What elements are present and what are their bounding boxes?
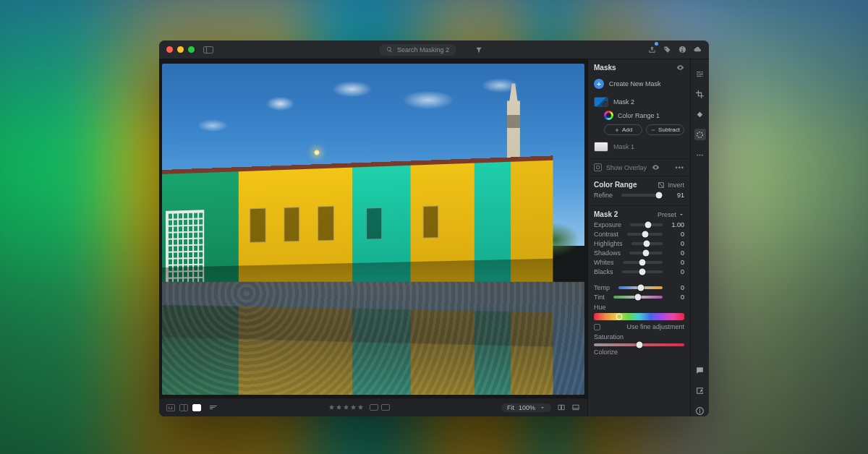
tint-slider[interactable]: [613, 296, 663, 299]
mask-name: Mask 1: [613, 143, 634, 150]
search-input[interactable]: Search Masking 2: [379, 44, 456, 56]
mask-item-mask2[interactable]: Mask 2: [594, 95, 684, 109]
overlay-visibility-icon[interactable]: [651, 163, 660, 171]
zoom-control[interactable]: Fit 100%: [501, 403, 551, 412]
export-icon: [695, 386, 705, 395]
edit-tool[interactable]: [694, 68, 706, 80]
info-icon[interactable]: [678, 46, 686, 53]
window-maximize[interactable]: [188, 46, 195, 53]
search-icon: [386, 46, 393, 53]
temp-slider[interactable]: [618, 286, 663, 289]
compare-view-button[interactable]: [179, 404, 188, 411]
chevron-down-icon: [540, 405, 545, 411]
titlebar: Search Masking 2: [159, 40, 709, 59]
blacks-value: 0: [671, 268, 684, 275]
show-overlay-label[interactable]: Show Overlay: [606, 164, 647, 171]
blacks-slider[interactable]: [622, 270, 663, 273]
mask-thumbnail: [594, 142, 608, 152]
invert-icon: [658, 181, 665, 189]
sort-button[interactable]: [210, 406, 217, 409]
crop-icon: [695, 90, 705, 99]
svg-point-1: [697, 154, 698, 155]
mask-thumbnail: [594, 97, 608, 107]
saturation-slider[interactable]: [594, 343, 684, 346]
refine-slider[interactable]: [621, 194, 663, 197]
plus-icon: +: [594, 79, 604, 89]
mask-component-name: Color Range 1: [618, 112, 660, 119]
eye-icon[interactable]: [676, 64, 684, 72]
filmstrip-toggle-icon[interactable]: [571, 403, 580, 411]
rating-stars[interactable]: [328, 404, 364, 411]
mask-item-mask1[interactable]: Mask 1: [594, 140, 684, 154]
refine-value: 91: [671, 192, 684, 199]
highlights-value: 0: [671, 240, 684, 247]
contrast-value: 0: [671, 231, 684, 238]
bandage-icon: [695, 110, 705, 119]
zoom-value: 100%: [519, 404, 535, 411]
preset-dropdown[interactable]: Preset: [658, 211, 684, 218]
contrast-slider[interactable]: [627, 233, 663, 236]
canvas-column: Fit 100%: [159, 59, 587, 416]
more-tool[interactable]: [694, 149, 706, 160]
filter-icon[interactable]: [475, 46, 482, 53]
highlights-slider[interactable]: [631, 242, 663, 245]
info-button[interactable]: [694, 405, 706, 416]
photo-viewport[interactable]: [159, 59, 587, 398]
sidebar-toggle-icon[interactable]: [203, 46, 213, 53]
exposure-slider[interactable]: [630, 223, 663, 226]
comments-button[interactable]: [694, 364, 706, 376]
svg-point-3: [702, 154, 703, 155]
mask-component-color-range[interactable]: Color Range 1: [594, 109, 684, 121]
masks-section-header: Masks: [588, 59, 690, 76]
window-controls: [166, 46, 195, 53]
color-range-icon: [604, 111, 613, 120]
svg-point-2: [699, 154, 701, 155]
photo: [162, 64, 584, 395]
color-range-title: Color Range: [594, 181, 637, 189]
cloud-icon[interactable]: [694, 46, 702, 53]
tag-icon[interactable]: [663, 46, 671, 53]
whites-slider[interactable]: [623, 261, 663, 264]
create-mask-button[interactable]: + Create New Mask: [588, 76, 690, 92]
overlay-more-button[interactable]: •••: [676, 164, 684, 171]
subtract-icon: [650, 127, 656, 133]
whites-value: 0: [671, 259, 684, 266]
colorize-label: Colorize: [594, 348, 618, 356]
shadows-slider[interactable]: [629, 252, 663, 254]
create-mask-label: Create New Mask: [609, 80, 661, 87]
fine-adjust-checkbox[interactable]: [594, 324, 600, 330]
tint-value: 0: [671, 294, 684, 301]
share-button[interactable]: [648, 43, 656, 56]
flag-reject[interactable]: [381, 404, 390, 411]
fine-adjust-label: Use fine adjustment: [626, 323, 684, 330]
right-panel: Masks + Create New Mask Mask 2 Color Ran…: [587, 59, 690, 416]
window-close[interactable]: [166, 46, 173, 53]
share-icon: [648, 46, 656, 53]
mask-icon: [695, 130, 705, 140]
tool-rail: [690, 59, 709, 416]
grid-view-button[interactable]: [166, 404, 175, 411]
info-icon: [695, 406, 705, 416]
overlay-color-icon[interactable]: [594, 163, 602, 171]
shadows-value: 0: [671, 249, 684, 257]
window-minimize[interactable]: [177, 46, 184, 53]
invert-button[interactable]: Invert: [658, 181, 684, 189]
mask-subtract-button[interactable]: Subtract: [646, 124, 684, 135]
mask-add-button[interactable]: Add: [604, 124, 642, 135]
temp-label: Temp: [594, 284, 610, 291]
svg-point-0: [697, 132, 703, 137]
saturation-label: Saturation: [594, 333, 624, 340]
crop-tool[interactable]: [694, 88, 706, 100]
hue-slider[interactable]: [594, 313, 684, 320]
comment-icon: [695, 366, 705, 375]
heal-tool[interactable]: [694, 108, 706, 120]
flag-pick[interactable]: [370, 404, 378, 411]
single-view-button[interactable]: [192, 404, 201, 411]
exposure-value: 1.00: [671, 221, 684, 228]
before-after-icon[interactable]: [557, 403, 566, 411]
mask-tool[interactable]: [694, 129, 706, 140]
contrast-label: Contrast: [594, 231, 618, 238]
mask-name: Mask 2: [613, 98, 634, 106]
shadows-label: Shadows: [594, 249, 621, 257]
export-button[interactable]: [694, 385, 706, 396]
